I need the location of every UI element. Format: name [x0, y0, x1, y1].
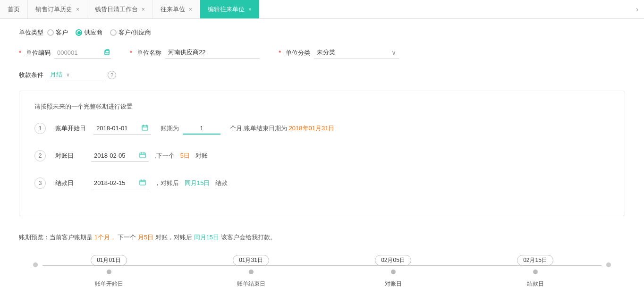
- preview-reconcile-day: 月5日: [138, 234, 153, 241]
- copy-icon[interactable]: [103, 48, 111, 57]
- reconcile-day-highlight: 5日: [180, 152, 190, 160]
- timeline-points: 01月01日 账单开始日 01月31日 账单结束日 02月05日 对账日: [33, 255, 611, 287]
- unit-info-row: * 单位编码 * 单位名称 * 单位分类 未分类: [19, 46, 625, 59]
- timeline-start-cap: [33, 255, 38, 267]
- timeline-badge-2: 01月31日: [233, 255, 269, 266]
- timeline-container: 01月01日 账单开始日 01月31日 账单结束日 02月05日 对账日: [19, 255, 625, 287]
- tab-sales-order-history[interactable]: 销售订单历史 ×: [28, 0, 87, 18]
- collection-condition-row: 收款条件 月结 ∨ ?: [19, 68, 625, 81]
- billing-start-date: [93, 122, 151, 135]
- radio-both-circle: [110, 29, 117, 36]
- billing-start-calendar-icon[interactable]: [142, 124, 148, 132]
- billing-end-date: 2018年01月31日: [289, 124, 335, 133]
- radio-both[interactable]: 客户/供应商: [110, 28, 151, 37]
- payment-date-input[interactable]: [94, 179, 136, 186]
- preview-prefix: 账期预览：当前客户账期是: [19, 234, 93, 241]
- collection-condition-label: 收款条件: [19, 71, 43, 79]
- unit-code-input[interactable]: [54, 47, 102, 58]
- reconcile-date: [91, 150, 149, 162]
- preview-period: 1个月，: [94, 234, 116, 241]
- tab-partner-close-icon[interactable]: ×: [189, 6, 192, 13]
- unit-name-label: 单位名称: [137, 49, 161, 57]
- timeline-point-3: 02月05日 对账日: [322, 255, 464, 287]
- payment-day-row: 3 结款日 ，对账后 同月15日 结款: [34, 177, 610, 189]
- unit-code-label: 单位编码: [26, 49, 51, 57]
- row-number-1: 1: [34, 123, 46, 134]
- payment-prefix: ，对账后: [154, 179, 179, 187]
- unit-category-group: * 单位分类 未分类 ∨: [279, 46, 399, 59]
- payment-date: [91, 177, 149, 189]
- timeline-label-4: 结款日: [527, 280, 544, 287]
- timeline-dot-2: [249, 270, 254, 274]
- unit-type-group: 单位类型 客户 供应商 客户/供应商: [19, 28, 151, 37]
- timeline-badge-1: 01月01日: [91, 255, 127, 266]
- payment-suffix: 结款: [215, 179, 228, 187]
- preview-text: 账期预览：当前客户账期是 1个月， 下一个 月5日 对账，对账后 同月15日 该…: [19, 233, 625, 242]
- tab-nav-button[interactable]: ›: [630, 0, 644, 18]
- section-instruction: 请按照未来的一个完整帐期进行设置: [34, 102, 610, 111]
- unit-category-value: 未分类: [317, 48, 335, 57]
- timeline-badge-3: 02月05日: [375, 255, 411, 266]
- row-number-2: 2: [34, 150, 46, 161]
- tab-cash-label: 钱货日清工作台: [95, 5, 138, 14]
- tab-edit-close-icon[interactable]: ×: [248, 6, 252, 13]
- payment-day-label: 结款日: [55, 179, 84, 187]
- reconcile-date-input[interactable]: [94, 152, 136, 159]
- radio-supplier-circle: [76, 29, 82, 36]
- svg-rect-6: [140, 153, 145, 158]
- unit-code-group: * 单位编码: [19, 47, 111, 59]
- settings-section: 请按照未来的一个完整帐期进行设置 1 账单开始日 账期为: [19, 91, 625, 216]
- unit-name-group: * 单位名称: [130, 47, 260, 59]
- billing-start-row: 1 账单开始日 账期为 个月,账单结束日期为 2018年01月31日: [34, 122, 610, 135]
- radio-customer[interactable]: 客户: [47, 28, 68, 37]
- timeline-point-4: 02月15日 结款日: [464, 255, 606, 287]
- timeline-dot-3: [391, 270, 396, 274]
- radio-customer-circle: [47, 29, 54, 36]
- help-icon[interactable]: ?: [108, 71, 116, 79]
- tab-home[interactable]: 首页: [0, 0, 28, 18]
- timeline-point-1: 01月01日 账单开始日: [38, 255, 180, 287]
- unit-category-label: 单位分类: [286, 49, 310, 57]
- timeline-label-1: 账单开始日: [95, 280, 123, 287]
- payment-day-highlight: 同月15日: [185, 179, 210, 187]
- tab-sales-label: 销售订单历史: [35, 5, 72, 14]
- tab-bar: 首页 销售订单历史 × 钱货日清工作台 × 往来单位 × 编辑往来单位 × ›: [0, 0, 644, 19]
- tab-edit-partner[interactable]: 编辑往来单位 ×: [200, 0, 259, 18]
- unit-code-required: *: [19, 49, 21, 56]
- unit-name-input[interactable]: [165, 47, 260, 59]
- radio-group: 客户 供应商 客户/供应商: [47, 28, 151, 37]
- collection-condition-select[interactable]: 月结 ∨: [47, 68, 104, 81]
- radio-supplier[interactable]: 供应商: [76, 28, 102, 37]
- tab-cash-ledger[interactable]: 钱货日清工作台 ×: [87, 0, 153, 18]
- preview-reconcile-suffix: 对账，对账后: [155, 234, 192, 241]
- timeline-start-dot: [33, 262, 38, 267]
- billing-start-middle: 账期为: [161, 124, 179, 133]
- tab-sales-close-icon[interactable]: ×: [76, 6, 79, 13]
- unit-type-label: 单位类型: [19, 28, 43, 37]
- timeline-point-2: 01月31日 账单结束日: [180, 255, 322, 287]
- timeline-end-cap: [606, 255, 611, 267]
- radio-supplier-label: 供应商: [84, 28, 102, 37]
- reconcile-calendar-icon[interactable]: [139, 152, 146, 160]
- unit-category-dropdown-icon: ∨: [391, 49, 396, 56]
- preview-section: 账期预览：当前客户账期是 1个月， 下一个 月5日 对账，对账后 同月15日 该…: [19, 226, 625, 287]
- timeline-label-2: 账单结束日: [237, 280, 265, 287]
- reconcile-suffix: 对账: [195, 152, 208, 160]
- unit-category-required: *: [279, 49, 281, 56]
- timeline-dot-1: [107, 270, 111, 274]
- tab-partner-units[interactable]: 往来单位 ×: [153, 0, 200, 18]
- unit-type-row: 单位类型 客户 供应商 客户/供应商: [19, 28, 625, 37]
- billing-start-date-input[interactable]: [96, 125, 139, 132]
- timeline-badge-4: 02月15日: [517, 255, 553, 266]
- tab-cash-close-icon[interactable]: ×: [142, 6, 145, 13]
- unit-name-required: *: [130, 49, 132, 56]
- payment-calendar-icon[interactable]: [139, 179, 146, 187]
- unit-category-select[interactable]: 未分类 ∨: [314, 46, 399, 59]
- billing-end-suffix: 个月,账单结束日期为: [230, 124, 287, 133]
- svg-rect-2: [142, 126, 148, 130]
- reconcile-day-row: 2 对账日 ,下一个 5日 对账: [34, 150, 610, 162]
- svg-rect-1: [106, 50, 109, 53]
- period-input[interactable]: [183, 123, 220, 135]
- reconcile-day-label: 对账日: [55, 152, 84, 160]
- row-number-3: 3: [34, 177, 46, 189]
